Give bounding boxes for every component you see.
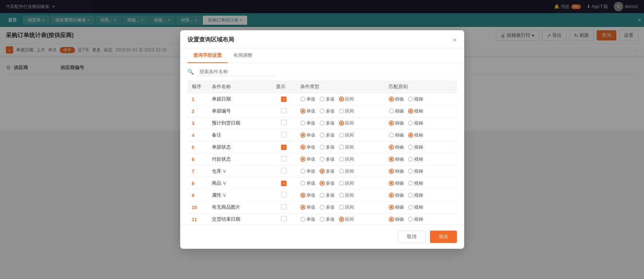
row-match-3: 精确模糊 [384,129,457,131]
checkbox-display-0[interactable]: ✓ [281,97,287,102]
row-order-0: 1 [187,93,208,105]
radio-type-区间-0[interactable]: 区间 [339,96,354,102]
dialog-close-button[interactable]: × [453,37,457,43]
field-table-header-wrap: 顺序 条件名称 显示 条件类型 匹配原则 [180,80,464,93]
table-row: 4备注单值多值区间精确模糊 [187,129,457,131]
radio-type-单值-0[interactable]: 单值 [300,96,315,102]
field-table-body: 1单据日期✓单值多值区间精确模糊2单据编号单值多值区间精确模糊3预计到货日期单值… [187,93,457,130]
checkbox-display-1[interactable] [281,108,287,113]
row-match-2: 精确模糊 [384,117,457,129]
radio-match-模糊-0[interactable]: 模糊 [408,96,423,102]
row-order-2: 3 [187,117,208,129]
row-display-3[interactable] [272,129,296,131]
search-icon: 🔍 [187,69,194,75]
radio-match-模糊-1[interactable]: 模糊 [408,108,423,114]
row-display-2[interactable] [272,117,296,129]
dialog-body: 1单据日期✓单值多值区间精确模糊2单据编号单值多值区间精确模糊3预计到货日期单值… [180,93,464,130]
field-table-body-wrap: 1单据日期✓单值多值区间精确模糊2单据编号单值多值区间精确模糊3预计到货日期单值… [180,93,464,130]
row-name-3: 备注 [208,129,272,131]
dialog-tab-field-settings[interactable]: 查询字段设置 [187,48,228,63]
row-name-0: 单据日期 [208,93,272,105]
field-rows: 1单据日期✓单值多值区间精确模糊2单据编号单值多值区间精确模糊3预计到货日期单值… [187,93,457,130]
radio-type-单值-2[interactable]: 单值 [300,120,315,126]
row-match-1: 精确模糊 [384,105,457,117]
checkbox-display-2[interactable] [281,120,287,125]
radio-type-单值-1[interactable]: 单值 [300,108,315,114]
radio-type-区间-1[interactable]: 区间 [339,108,354,114]
row-name-2: 预计到货日期 [208,117,272,129]
dialog-title: 设置查询区域布局 [187,36,234,44]
row-name-1: 单据编号 [208,105,272,117]
radio-type-多值-1[interactable]: 多值 [320,108,335,114]
row-type-0: 单值多值区间 [296,93,384,105]
table-row: 1单据日期✓单值多值区间精确模糊 [187,93,457,105]
radio-match-精确-1[interactable]: 精确 [389,108,404,114]
radio-type-区间-2[interactable]: 区间 [339,120,354,126]
table-row: 2单据编号单值多值区间精确模糊 [187,105,457,117]
th-order: 顺序 [187,80,208,93]
field-table: 顺序 条件名称 显示 条件类型 匹配原则 [187,80,457,93]
th-type: 条件类型 [296,80,384,93]
radio-match-模糊-2[interactable]: 模糊 [408,120,423,126]
th-display: 显示 [272,80,296,93]
modal-overlay: 设置查询区域布局 × 查询字段设置 布局调整 🔍 顺序 条件名称 显示 条件类型 [0,0,644,130]
row-type-1: 单值多值区间 [296,105,384,117]
settings-dialog: 设置查询区域布局 × 查询字段设置 布局调整 🔍 顺序 条件名称 显示 条件类型 [180,30,464,130]
row-order-1: 2 [187,105,208,117]
row-display-1[interactable] [272,105,296,117]
row-type-3: 单值多值区间 [296,129,384,131]
row-order-3: 4 [187,129,208,131]
th-match: 匹配原则 [384,80,457,93]
dialog-header: 设置查询区域布局 × [180,30,464,48]
field-table-head: 顺序 条件名称 显示 条件类型 匹配原则 [187,80,457,93]
dialog-tabs: 查询字段设置 布局调整 [180,48,464,63]
radio-match-精确-0[interactable]: 精确 [389,96,404,102]
radio-match-精确-2[interactable]: 精确 [389,120,404,126]
row-match-0: 精确模糊 [384,93,457,105]
search-input[interactable] [197,67,277,76]
radio-type-多值-0[interactable]: 多值 [320,96,335,102]
row-display-0[interactable]: ✓ [272,93,296,105]
dialog-tab-layout[interactable]: 布局调整 [228,48,258,63]
table-row: 3预计到货日期单值多值区间精确模糊 [187,117,457,129]
radio-type-多值-2[interactable]: 多值 [320,120,335,126]
row-type-2: 单值多值区间 [296,117,384,129]
th-name: 条件名称 [208,80,272,93]
search-area: 🔍 [180,63,464,80]
